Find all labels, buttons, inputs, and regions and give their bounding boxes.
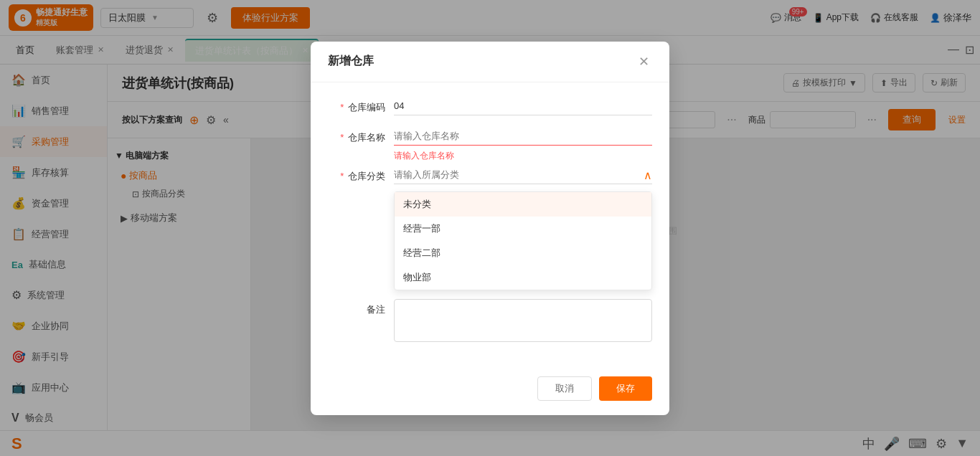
save-button[interactable]: 保存: [599, 376, 652, 401]
category-arrow-icon[interactable]: ∧: [644, 168, 652, 181]
code-input[interactable]: [394, 97, 652, 115]
category-field-row: * 仓库分类 ∧ 未分类 经营一部 经营二部 物业部: [328, 166, 652, 184]
name-field-row: * 仓库名称 请输入仓库名称: [328, 127, 652, 146]
dropdown-item-property[interactable]: 物业部: [395, 265, 651, 290]
dropdown-item-uncategorized[interactable]: 未分类: [395, 192, 651, 217]
name-error-message: 请输入仓库名称: [394, 150, 454, 162]
modal-close-button[interactable]: ✕: [635, 53, 652, 70]
category-label: * 仓库分类: [328, 166, 385, 183]
modal-title: 新增仓库: [328, 54, 374, 69]
category-input[interactable]: [394, 166, 652, 184]
name-label: * 仓库名称: [328, 127, 385, 144]
dropdown-item-ops2[interactable]: 经营二部: [395, 241, 651, 265]
modal-header: 新增仓库 ✕: [311, 42, 669, 82]
name-input[interactable]: [394, 127, 652, 146]
new-warehouse-modal: 新增仓库 ✕ * 仓库编码 * 仓库名称 请输入仓库名称: [311, 42, 669, 415]
notes-label: 备注: [328, 299, 385, 316]
modal-body: * 仓库编码 * 仓库名称 请输入仓库名称 * 仓库分类: [311, 82, 669, 368]
category-select-wrapper: ∧ 未分类 经营一部 经营二部 物业部: [394, 166, 652, 184]
notes-field-row: 备注: [328, 299, 652, 342]
notes-input[interactable]: [394, 299, 652, 342]
modal-footer: 取消 保存: [311, 368, 669, 415]
modal-overlay: 新增仓库 ✕ * 仓库编码 * 仓库名称 请输入仓库名称: [0, 0, 980, 456]
cancel-button[interactable]: 取消: [537, 376, 592, 401]
category-dropdown: 未分类 经营一部 经营二部 物业部: [394, 191, 652, 290]
dropdown-item-ops1[interactable]: 经营一部: [395, 217, 651, 241]
code-field-row: * 仓库编码: [328, 97, 652, 115]
code-label: * 仓库编码: [328, 97, 385, 114]
